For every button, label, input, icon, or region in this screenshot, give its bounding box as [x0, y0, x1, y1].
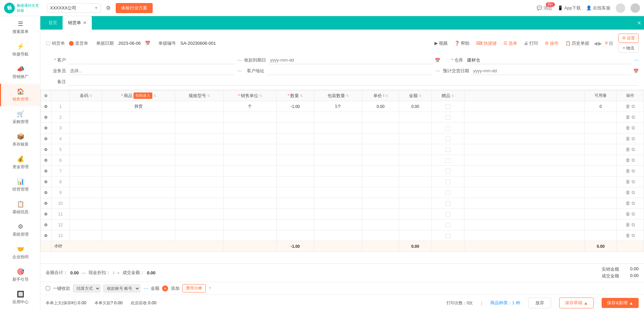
customer-input[interactable]: [68, 56, 234, 64]
sidebar-item-operations[interactable]: 📊 经营管理: [0, 174, 40, 196]
row-unit[interactable]: 个: [223, 101, 276, 112]
row-settings[interactable]: ⚙: [41, 101, 51, 112]
row-product[interactable]: 拆货: [102, 101, 175, 112]
copy-icon[interactable]: ⧉: [632, 211, 635, 217]
unit-sort-icon[interactable]: ⇅: [259, 94, 262, 98]
one-click-checkbox[interactable]: [46, 286, 50, 290]
copy-icon[interactable]: ⧉: [632, 222, 635, 228]
gift-sort-icon[interactable]: ⇅: [451, 94, 454, 98]
customer-dots-icon[interactable]: ···: [237, 57, 241, 63]
tab-close-all-icon[interactable]: ✕: [637, 20, 641, 26]
avatar-2[interactable]: [631, 3, 640, 13]
copy-icon[interactable]: ⧉: [632, 136, 635, 142]
help-btn[interactable]: ❓ 帮助: [452, 39, 471, 47]
delete-icon[interactable]: 🗑: [626, 179, 630, 185]
save-new-button[interactable]: 保存&新增 ▲: [602, 298, 639, 308]
tab-home[interactable]: 首页: [43, 16, 63, 30]
select-order-btn[interactable]: ☰ 选单: [501, 39, 519, 47]
salesperson-input[interactable]: [68, 67, 234, 75]
copy-icon[interactable]: ⧉: [632, 147, 635, 152]
owe-info-icon[interactable]: ?: [111, 300, 113, 305]
product-sort-icon[interactable]: ⇅: [153, 94, 156, 98]
print-btn[interactable]: 🖨 打印: [522, 39, 540, 47]
copy-icon[interactable]: ⧉: [632, 233, 635, 238]
shortcut-btn[interactable]: ⌨ 快捷键: [474, 39, 499, 47]
delete-icon[interactable]: 🗑: [626, 222, 630, 228]
delete-icon[interactable]: 🗑: [626, 147, 630, 152]
copy-icon[interactable]: ⧉: [632, 190, 635, 195]
row-pkg-qty[interactable]: 1个: [314, 101, 362, 112]
remark-input[interactable]: [68, 78, 639, 86]
copy-icon[interactable]: ⧉: [632, 104, 635, 109]
avatar[interactable]: [616, 3, 625, 13]
copy-icon[interactable]: ⧉: [632, 125, 635, 131]
product-type[interactable]: 商品种类：1 种: [490, 300, 520, 306]
payment-date-calendar-icon[interactable]: 📅: [435, 58, 440, 63]
video-btn[interactable]: ▶ 视频: [432, 39, 450, 47]
scan-button[interactable]: 扫码录入: [134, 92, 152, 99]
delete-icon[interactable]: 🗑: [626, 136, 630, 142]
history-btn[interactable]: 📋 历史单据: [563, 39, 591, 47]
tab-close-icon[interactable]: ✕: [83, 21, 86, 25]
delete-icon[interactable]: 🗑: [626, 233, 630, 238]
expense-help-icon[interactable]: ?: [209, 286, 211, 291]
radio-return[interactable]: 退货单: [69, 40, 88, 46]
expense-split-button[interactable]: 费用分摊: [182, 284, 206, 293]
sidebar-item-collab[interactable]: 🤝 企业协同: [0, 241, 40, 264]
delete-icon[interactable]: 🗑: [626, 157, 630, 163]
expected-date-calendar-icon[interactable]: 📅: [633, 69, 639, 74]
account-dots-icon[interactable]: ···: [144, 285, 148, 291]
sidebar-item-finance[interactable]: 💰 资金管理: [0, 151, 40, 174]
list-view-btn[interactable]: ≡: [605, 40, 608, 46]
sidebar-item-basics[interactable]: 📋 基础信息: [0, 196, 40, 219]
operate-btn[interactable]: ⚙ 操作: [543, 39, 561, 47]
expected-date-input[interactable]: [471, 67, 631, 75]
delete-icon[interactable]: 🗑: [626, 211, 630, 217]
delete-icon[interactable]: 🗑: [626, 200, 630, 206]
online-support-link[interactable]: 👤 在线客服: [586, 5, 610, 11]
grid-view-btn[interactable]: ⊞: [609, 40, 613, 46]
row-amount[interactable]: 0.00: [399, 101, 431, 112]
sidebar-item-guide[interactable]: 🎯 新手引导: [0, 264, 40, 286]
delete-icon[interactable]: 🗑: [626, 168, 630, 174]
sidebar-item-purchase[interactable]: 🛒 采购管理: [0, 106, 40, 129]
sidebar-item-system[interactable]: ⚙ 系统管理: [0, 219, 40, 241]
radio-sales[interactable]: 销货单: [46, 40, 65, 46]
copy-icon[interactable]: ⧉: [632, 157, 635, 163]
price-sort-icon[interactable]: ⇅: [385, 94, 388, 98]
next-arrow[interactable]: ▶: [598, 41, 602, 46]
sidebar-item-sales[interactable]: 🏠 销售管理: [0, 84, 40, 106]
barcode-sort-icon[interactable]: ⇅: [89, 94, 92, 98]
row-unit-price[interactable]: 0.00: [362, 101, 399, 112]
salesperson-dots-icon[interactable]: ···: [237, 68, 241, 74]
delete-icon[interactable]: 🗑: [626, 114, 630, 120]
sidebar-item-apps[interactable]: 🔲 应用中心: [0, 286, 40, 309]
message-button[interactable]: 💬 消息 99+: [537, 5, 552, 11]
trial-button[interactable]: 体验行业方案: [116, 3, 153, 13]
delete-icon[interactable]: 🗑: [626, 190, 630, 195]
warehouse-dots-icon[interactable]: ···: [634, 57, 639, 63]
app-download-link[interactable]: 📱 App下载: [558, 5, 581, 11]
date-calendar-icon[interactable]: 📅: [145, 41, 150, 46]
sidebar-item-wechat[interactable]: 💬 企业微信: [0, 309, 40, 311]
warehouse-input[interactable]: [465, 56, 632, 64]
price-info-icon[interactable]: ℹ: [383, 93, 384, 98]
sidebar-item-quick-nav[interactable]: ⚡ 快捷导航: [0, 39, 40, 61]
tab-sales-order[interactable]: 销货单 ✕: [63, 16, 92, 30]
row-gift[interactable]: [431, 101, 464, 112]
save-draft-button[interactable]: 保存草稿 ▲: [559, 298, 594, 308]
delete-icon[interactable]: 🗑: [626, 125, 630, 131]
delete-icon[interactable]: 🗑: [626, 104, 630, 109]
abandon-button[interactable]: 放弃: [528, 298, 551, 308]
row-barcode[interactable]: [70, 101, 102, 112]
payment-account-select[interactable]: 收款账号 账号: [103, 284, 140, 293]
add-payment-button[interactable]: +: [162, 285, 168, 291]
qty-sort-icon[interactable]: ⇅: [300, 94, 303, 98]
settings-icon[interactable]: ⚙: [104, 3, 113, 13]
sidebar-item-inventory[interactable]: 📦 库存核算: [0, 129, 40, 151]
copy-icon[interactable]: ⧉: [632, 200, 635, 206]
row-spec[interactable]: [175, 101, 223, 112]
th-settings[interactable]: ⚙: [41, 90, 51, 101]
copy-icon[interactable]: ⧉: [632, 114, 635, 120]
customer-addr-input[interactable]: [266, 67, 433, 75]
